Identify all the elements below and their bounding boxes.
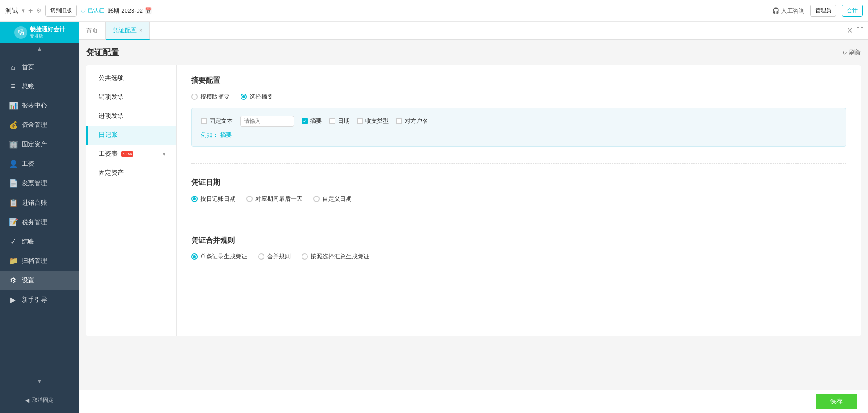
- radio-select-circle: [241, 94, 247, 100]
- sidebar-item-label: 首页: [22, 63, 34, 71]
- sidebar-bottom: ◀ 取消固定: [0, 387, 79, 413]
- config-nav-purchase-invoice[interactable]: 进项发票: [86, 107, 176, 126]
- sidebar-item-guide[interactable]: ▶ 新手引导: [0, 290, 79, 310]
- admin-button[interactable]: 管理员: [810, 5, 836, 17]
- sidebar-item-invoice[interactable]: 📄 发票管理: [0, 174, 79, 193]
- tab-bar: 首页 凭证配置 × ✕ ⛶: [79, 22, 868, 40]
- sidebar-item-archive[interactable]: 📁 归档管理: [0, 251, 79, 271]
- add-icon[interactable]: +: [28, 7, 33, 15]
- sidebar-item-label: 新手引导: [22, 296, 47, 304]
- radio-by-selection[interactable]: 按照选择汇总生成凭证: [302, 253, 369, 261]
- scroll-down-button[interactable]: ▼: [0, 376, 79, 387]
- radio-last-day[interactable]: 对应期间最后一天: [246, 195, 302, 203]
- salary-icon: 👤: [9, 160, 17, 168]
- sidebar-item-salary[interactable]: 👤 工资: [0, 154, 79, 174]
- tab-home[interactable]: 首页: [79, 22, 106, 40]
- cancel-pin-label: 取消固定: [32, 396, 54, 404]
- checkbox-date[interactable]: 日期: [329, 117, 349, 125]
- gear-icon[interactable]: ⚙: [36, 7, 42, 14]
- assets-icon: 🏢: [9, 140, 17, 149]
- logo-icon: 畅: [14, 26, 27, 39]
- tab-voucher-config-label: 凭证配置: [113, 26, 137, 34]
- sidebar-item-capital[interactable]: 💰 资金管理: [0, 115, 79, 135]
- sidebar-item-label: 结账: [22, 238, 34, 246]
- page-content: 凭证配置 ↻ 刷新 公共选项 销项发票 进项发票 日记账 工资表 NEW ▾: [79, 40, 868, 390]
- config-left-nav: 公共选项 销项发票 进项发票 日记账 工资表 NEW ▾ 固定资产: [86, 65, 177, 336]
- save-button[interactable]: 保存: [816, 394, 857, 409]
- merge-label: 合并规则: [267, 253, 291, 261]
- last-day-circle: [246, 196, 253, 202]
- radio-by-journal-date[interactable]: 按日记账日期: [191, 195, 236, 203]
- sidebar-item-checkout[interactable]: ✓ 结账: [0, 232, 79, 251]
- sidebar-item-home[interactable]: ⌂ 首页: [0, 58, 79, 77]
- fullscreen-icon[interactable]: ⛶: [856, 27, 863, 35]
- company-name: 测试: [5, 7, 18, 15]
- calendar-icon[interactable]: 📅: [145, 7, 152, 14]
- single-label: 单条记录生成凭证: [200, 253, 247, 261]
- radio-single[interactable]: 单条记录生成凭证: [191, 253, 247, 261]
- company-dropdown-icon[interactable]: ▾: [22, 7, 25, 14]
- voucher-date-radio-group: 按日记账日期 对应期间最后一天 自定义日期: [191, 195, 846, 203]
- radio-template-label: 按模版摘要: [200, 93, 230, 101]
- switch-version-button[interactable]: 切到旧版: [45, 5, 77, 17]
- single-circle: [191, 253, 198, 260]
- guide-icon: ▶: [9, 296, 17, 304]
- close-window-icon[interactable]: ✕: [847, 26, 853, 35]
- radio-custom-date[interactable]: 自定义日期: [313, 195, 352, 203]
- fixed-text-label: 固定文本: [209, 117, 233, 125]
- config-right: 摘要配置 按模版摘要 选择摘要: [177, 65, 861, 336]
- date-checkbox: [329, 118, 335, 124]
- radio-template-circle: [191, 94, 198, 100]
- summary-radio-group: 按模版摘要 选择摘要: [191, 93, 846, 101]
- config-nav-journal[interactable]: 日记账: [86, 126, 176, 145]
- refresh-button[interactable]: ↻ 刷新: [842, 48, 861, 56]
- radio-merge[interactable]: 合并规则: [258, 253, 291, 261]
- config-layout: 公共选项 销项发票 进项发票 日记账 工资表 NEW ▾ 固定资产 摘要配置: [86, 65, 861, 336]
- sidebar-item-tax[interactable]: 📝 税务管理: [0, 212, 79, 232]
- tab-voucher-config[interactable]: 凭证配置 ×: [106, 22, 150, 40]
- checkbox-counterparty[interactable]: 对方户名: [396, 117, 428, 125]
- radio-template-summary[interactable]: 按模版摘要: [191, 93, 230, 101]
- capital-icon: 💰: [9, 121, 17, 129]
- checkbox-pay-type[interactable]: 收支类型: [357, 117, 389, 125]
- sidebar-item-ledger[interactable]: ≡ 总账: [0, 77, 79, 96]
- content-area: 首页 凭证配置 × ✕ ⛶ 凭证配置 ↻ 刷新: [79, 22, 868, 413]
- config-nav-sales-invoice[interactable]: 销项发票: [86, 88, 176, 107]
- topbar-left: 测试 ▾ + ⚙ 切到旧版 🛡 已认证 账期 2023-02 📅: [5, 5, 152, 17]
- chevron-up-icon: ▲: [37, 46, 42, 52]
- consult-button[interactable]: 🎧 人工咨询: [772, 7, 805, 15]
- fixed-text-input[interactable]: [240, 116, 294, 127]
- checkbox-summary[interactable]: 摘要: [302, 117, 322, 125]
- tab-close-icon[interactable]: ×: [139, 28, 142, 33]
- sidebar-item-settings[interactable]: ⚙ 设置: [0, 271, 79, 290]
- accountant-button[interactable]: 会计: [842, 5, 863, 17]
- sidebar-item-reports[interactable]: 📊 报表中心: [0, 96, 79, 115]
- sidebar-item-sales[interactable]: 📋 进销台账: [0, 193, 79, 212]
- settings-icon: ⚙: [9, 276, 17, 285]
- summary-config-box: 固定文本 摘要 日期: [191, 108, 846, 147]
- sidebar: 畅 畅捷通好会计 专业版 ▲ ⌂ 首页 ≡ 总账 📊 报表中心 💰: [0, 22, 79, 413]
- example-prefix: 例如：: [201, 131, 218, 138]
- scroll-up-button[interactable]: ▲: [0, 43, 79, 54]
- invoice-icon: 📄: [9, 179, 17, 188]
- config-nav-fixed-assets[interactable]: 固定资产: [86, 164, 176, 183]
- counterparty-checkbox-label: 对方户名: [405, 117, 428, 125]
- sidebar-item-label: 税务管理: [22, 218, 47, 226]
- chevron-down-icon: ▼: [37, 378, 42, 385]
- by-selection-label: 按照选择汇总生成凭证: [311, 253, 369, 261]
- merge-rules-title: 凭证合并规则: [191, 236, 846, 245]
- checkout-icon: ✓: [9, 237, 17, 246]
- config-nav-public[interactable]: 公共选项: [86, 69, 176, 88]
- cancel-pin-button[interactable]: ◀ 取消固定: [0, 392, 79, 408]
- summary-checkbox: [302, 118, 308, 124]
- radio-select-summary[interactable]: 选择摘要: [241, 93, 273, 101]
- page-title: 凭证配置: [86, 47, 119, 58]
- checkbox-fixed-text[interactable]: 固定文本: [201, 117, 233, 125]
- sidebar-logo: 畅 畅捷通好会计 专业版: [0, 22, 79, 43]
- custom-date-label: 自定义日期: [322, 195, 352, 203]
- config-nav-payroll[interactable]: 工资表 NEW ▾: [86, 145, 176, 164]
- section-merge-rules: 凭证合并规则 单条记录生成凭证 合并规则: [191, 236, 846, 279]
- by-selection-circle: [302, 253, 308, 260]
- sidebar-item-assets[interactable]: 🏢 固定资产: [0, 135, 79, 154]
- tab-home-label: 首页: [86, 27, 98, 35]
